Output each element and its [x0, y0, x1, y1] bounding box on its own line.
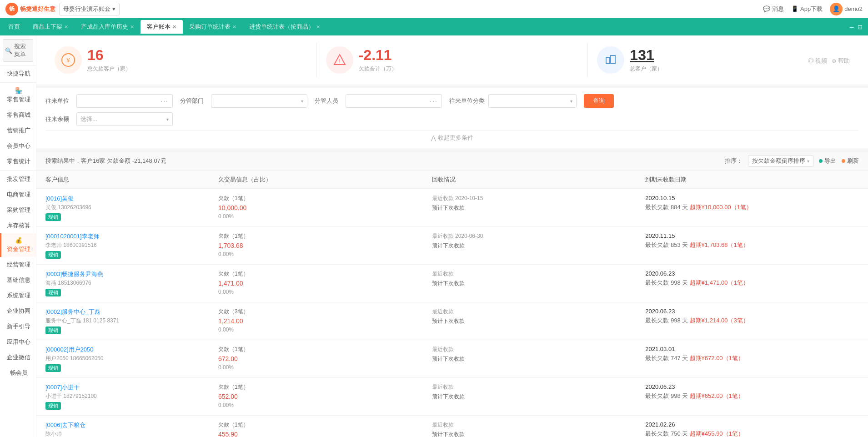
- customer-name-link-6[interactable]: [0007]小进干: [45, 383, 218, 392]
- due-cell-5: 2021.03.01 最长欠款 747 天 超期¥672.00（1笔）: [645, 346, 859, 372]
- tab-customer-ledger-label: 客户账本: [147, 23, 171, 31]
- chevron-down-icon3: ▾: [166, 117, 169, 122]
- overdue-link-3[interactable]: 超期¥1,471.00（1笔）: [690, 279, 749, 286]
- overdue-link-4[interactable]: 超期¥1,214.00（3笔）: [690, 317, 749, 324]
- tab-products-listing[interactable]: 商品上下架 ✕: [26, 20, 75, 34]
- close-icon[interactable]: ✕: [130, 24, 134, 30]
- sidebar-item-wholesale-mgmt[interactable]: 批发管理: [0, 171, 36, 187]
- tab-stock-stats[interactable]: 进货单统计表（按商品） ✕: [243, 20, 326, 34]
- filter-unit-text-input[interactable]: [80, 98, 161, 105]
- message-icon: 💬: [763, 5, 770, 12]
- sidebar-item-enterprise-collab[interactable]: 企业协同: [0, 303, 36, 319]
- tab-production-history[interactable]: 产成品入库单历史 ✕: [75, 20, 140, 34]
- customer-name-link-1[interactable]: [0016]吴俊: [45, 195, 218, 203]
- col-customer: 客户信息: [45, 176, 218, 184]
- customer-contact-6: 小进干 18279152100: [45, 392, 218, 400]
- customer-cell-6: [0007]小进干 小进干 18279152100 现销: [45, 383, 218, 410]
- search-menu-button[interactable]: 🔍 搜索菜单: [3, 39, 33, 62]
- stat-icon-total-customers: [597, 46, 624, 74]
- company-selector[interactable]: 母婴行业演示账套 ▾: [59, 3, 120, 15]
- sidebar-item-operations[interactable]: 经营管理: [0, 257, 36, 272]
- stat-info-debt: 16 总欠款客户（家）: [87, 47, 131, 73]
- chevron-down-icon4: ▾: [807, 159, 809, 164]
- results-summary: 搜索结果中，客户16家 欠款金额 -21,148.07元: [45, 157, 166, 165]
- stat-info-total-customers: 131 总客户（家）: [630, 47, 662, 73]
- refresh-button[interactable]: 刷新: [842, 157, 859, 165]
- sidebar-item-members[interactable]: 会员中心: [0, 138, 36, 154]
- window-collapse-icon[interactable]: ─: [850, 24, 854, 30]
- purchase-mgmt-label: 采购管理: [7, 206, 30, 214]
- sidebar-item-ecommerce[interactable]: 电商管理: [0, 187, 36, 202]
- video-help-button[interactable]: ◎ 视频: [808, 57, 828, 65]
- overdue-link-1[interactable]: 超期¥10,000.00（1笔）: [690, 204, 752, 211]
- recover-next-3: 预计下次收款: [432, 280, 646, 287]
- customer-name-link-2[interactable]: [0001020001]李老师: [45, 232, 218, 241]
- system-label: 系统管理: [7, 291, 30, 300]
- tab-production-history-label: 产成品入库单历史: [81, 23, 128, 31]
- due-date-1: 2020.10.15: [645, 195, 859, 201]
- sidebar-item-marketing[interactable]: 营销推广: [0, 123, 36, 138]
- app-download-button[interactable]: 📱 App下载: [791, 5, 823, 13]
- stat-icon-debt-total: !: [326, 46, 353, 74]
- collapse-button[interactable]: ⋀ 收起更多条件: [45, 131, 859, 145]
- help-button[interactable]: ⊙ 帮助: [832, 57, 850, 65]
- user-menu[interactable]: 👤 demo2: [830, 3, 863, 15]
- svg-rect-4: [606, 57, 610, 64]
- messages-button[interactable]: 💬 消息: [763, 5, 784, 13]
- stat-total-customers-label: 总客户（家）: [630, 65, 662, 73]
- recover-last-6: 最近收款: [432, 383, 646, 391]
- sidebar-item-quicknav[interactable]: 快捷导航: [0, 66, 36, 81]
- filter-person-text-input[interactable]: [350, 98, 430, 105]
- sort-label: 排序：: [725, 157, 743, 165]
- sidebar-item-app-center[interactable]: 应用中心: [0, 334, 36, 350]
- customer-name-link-7[interactable]: [0006]去下粮仓: [45, 421, 218, 429]
- close-icon[interactable]: ✕: [64, 24, 68, 30]
- customer-name-link-3[interactable]: [0003]畅捷服务尹海燕: [45, 270, 218, 278]
- recover-cell-7: 最近收款 预计下次收款: [432, 421, 646, 437]
- sidebar-item-basic-info[interactable]: 基础信息: [0, 272, 36, 288]
- window-expand-icon[interactable]: ⊡: [858, 24, 863, 30]
- sidebar-item-purchase-mgmt[interactable]: 采购管理: [0, 202, 36, 218]
- sidebar-item-retail-stats[interactable]: 零售统计: [0, 154, 36, 169]
- overdue-link-2[interactable]: 超期¥1,703.68（1笔）: [690, 241, 749, 248]
- sort-select[interactable]: 按欠款金额倒序排序 ▾: [748, 155, 813, 167]
- sidebar-item-retail-mall[interactable]: 零售商城: [0, 107, 36, 123]
- filter-person-input[interactable]: ···: [346, 94, 442, 108]
- logo-area: 畅 畅捷通好生意: [5, 3, 55, 15]
- mobile-icon: 📱: [791, 5, 798, 12]
- debt-percent-3: 0.00%: [218, 289, 432, 295]
- overdue-link-6[interactable]: 超期¥652.00（1笔）: [690, 392, 744, 399]
- sidebar-item-enterprise-wechat[interactable]: 企业微信: [0, 350, 36, 365]
- customer-tag-1: 现销: [45, 213, 61, 221]
- tab-customer-ledger[interactable]: 客户账本 ✕: [140, 20, 183, 34]
- filter-unit-input[interactable]: ···: [76, 94, 173, 108]
- sidebar-item-system[interactable]: 系统管理: [0, 288, 36, 303]
- filter-balance-select[interactable]: 选择... ▾: [76, 112, 173, 126]
- filter-dept-select[interactable]: ▾: [211, 94, 307, 108]
- customer-tag-6: 现销: [45, 402, 61, 410]
- close-icon[interactable]: ✕: [316, 24, 320, 30]
- overdue-link-7[interactable]: 超期¥455.90（1笔）: [690, 430, 744, 437]
- tab-purchase-order-stats[interactable]: 采购订单统计表 ✕: [183, 20, 243, 34]
- overdue-link-5[interactable]: 超期¥672.00（1笔）: [690, 355, 744, 362]
- export-icon: [819, 159, 823, 163]
- customer-name-link-4[interactable]: [0002]服务中心_丁磊: [45, 308, 218, 316]
- sidebar-item-vip-member[interactable]: 畅会员: [0, 365, 36, 381]
- sidebar-item-finance[interactable]: 💰 资金管理: [0, 233, 36, 257]
- overdue-days-1: 最长欠款 884 天: [645, 204, 688, 211]
- export-button[interactable]: 导出: [819, 157, 836, 165]
- customer-tag-4: 现销: [45, 326, 61, 334]
- filter-unit-class-select[interactable]: ▾: [488, 94, 577, 108]
- sidebar-item-inventory[interactable]: 库存核算: [0, 218, 36, 233]
- overdue-detail-1: 最长欠款 884 天 超期¥10,000.00（1笔）: [645, 203, 859, 211]
- customer-name-link-5[interactable]: [000002]用户2050: [45, 346, 218, 354]
- sidebar-item-retail-mgmt[interactable]: 🏪 零售管理: [0, 84, 36, 107]
- search-button[interactable]: 查询: [584, 94, 614, 108]
- close-icon[interactable]: ✕: [172, 24, 176, 30]
- results-text: 搜索结果中，客户16家 欠款金额 -21,148.07元: [45, 157, 166, 164]
- sidebar-item-new-guide[interactable]: 新手引导: [0, 319, 36, 334]
- close-icon[interactable]: ✕: [232, 24, 236, 30]
- tab-home[interactable]: 首页: [2, 20, 26, 34]
- recover-last-1: 最近收款 2020-10-15: [432, 195, 646, 202]
- debt-cell-2: 欠款（1笔） 1,703.68 0.00%: [218, 232, 432, 259]
